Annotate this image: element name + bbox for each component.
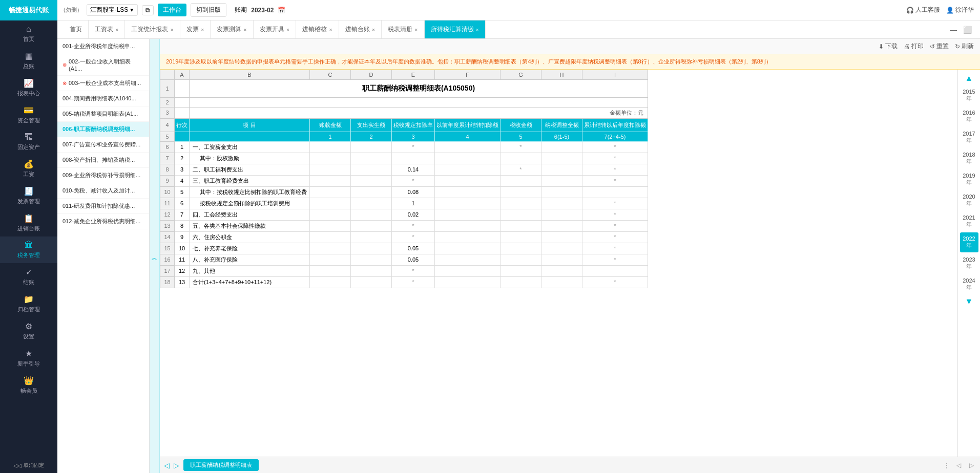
year-2022[interactable]: 2022年 <box>960 232 978 252</box>
calendar-icon[interactable]: 📅 <box>278 7 285 14</box>
archive-icon: 📁 <box>24 294 34 304</box>
sheet-more-btn[interactable]: ⋮ <box>943 461 950 469</box>
sidebar-item-label: 进销台账 <box>17 225 40 232</box>
refresh-action[interactable]: ↻ 刷新 <box>955 42 974 51</box>
close-accounts-icon: ✓ <box>26 267 32 277</box>
spreadsheet-table: A B C D E F G H I <box>160 70 648 288</box>
workspace-btn[interactable]: 工作台 <box>158 4 186 16</box>
avatar[interactable]: 👤 徐泽华 <box>946 6 974 14</box>
sidebar-item-fund[interactable]: 💳 资金管理 <box>0 101 57 128</box>
copy-btn[interactable]: ⧉ <box>142 5 154 15</box>
file-item-003[interactable]: ⊗ 003-一般企业成本支出明细... <box>57 76 149 91</box>
tab-purchase-check[interactable]: 进销稽核 × <box>296 20 339 39</box>
file-item-002[interactable]: ⊗ 002-一般企业收入明细表(A1... <box>57 54 149 76</box>
tab-payroll-stat[interactable]: 工资统计报表 × <box>125 20 180 39</box>
col-b: B <box>190 70 310 79</box>
tab-invoice-calc[interactable]: 发票测算 × <box>211 20 253 39</box>
file-item-011[interactable]: 011-研发费用加计扣除优惠... <box>57 199 149 214</box>
year-2017[interactable]: 2017年 <box>960 127 978 147</box>
sidebar-item-label: 总账 <box>23 62 34 70</box>
cancel-fixed-label[interactable]: 取消固定 <box>24 462 44 469</box>
sidebar-item-invoice[interactable]: 🧾 发票管理 <box>0 182 57 209</box>
sidebar-item-label: 归档管理 <box>17 306 40 313</box>
file-item-012[interactable]: 012-减免企业所得税优惠明细... <box>57 214 149 229</box>
tab-purchase-ledger-close[interactable]: × <box>372 27 375 33</box>
print-label: 打印 <box>911 42 924 51</box>
sidebar-item-purchase[interactable]: 📋 进销台账 <box>0 209 57 236</box>
sheet-scroll-left[interactable]: ◁ <box>954 462 963 469</box>
year-2023[interactable]: 2023年 <box>960 253 978 273</box>
sidebar-item-label: 首页 <box>23 35 34 43</box>
tab-invoice[interactable]: 发票 × <box>180 20 211 39</box>
tab-invoice-open[interactable]: 发票开具 × <box>254 20 296 39</box>
tabs-maximize-btn[interactable]: ⬜ <box>961 26 974 34</box>
sidebar-item-archive[interactable]: 📁 归档管理 <box>0 290 57 317</box>
sidebar-item-payroll[interactable]: 💰 工资 <box>0 155 57 182</box>
year-2020[interactable]: 2020年 <box>960 190 978 210</box>
sheet-area: ⬇ 下载 🖨 打印 ↺ 重置 ↻ 刷新 <box>160 39 980 473</box>
tab-tax-clear-label: 税表清册 <box>388 25 412 34</box>
collapse-panel-btn[interactable]: 《 <box>150 39 160 473</box>
spreadsheet-wrapper[interactable]: A B C D E F G H I <box>160 70 957 457</box>
tab-purchase-ledger-label: 进销台账 <box>345 25 370 34</box>
year-scroll-up[interactable]: ▲ <box>963 72 975 85</box>
reset-action[interactable]: ↺ 重置 <box>930 42 949 51</box>
unit-row-3: 3 金额单位：元 <box>160 107 648 118</box>
year-2019[interactable]: 2019年 <box>960 169 978 189</box>
tab-invoice-open-close[interactable]: × <box>286 27 289 33</box>
file-item-006[interactable]: 006-职工薪酬纳税调整明细... <box>57 122 149 137</box>
tab-invoice-close[interactable]: × <box>201 27 204 33</box>
year-2024[interactable]: 2024年 <box>960 274 978 294</box>
tab-income-tax[interactable]: 所得税汇算清缴 × <box>425 20 486 39</box>
sidebar-item-tax[interactable]: 🏛 税务管理 <box>0 236 57 263</box>
tab-purchase-check-close[interactable]: × <box>329 27 332 33</box>
company-selector[interactable]: 江西股宝-LSS ▼ <box>87 4 138 16</box>
file-012-label: 012-减免企业所得税优惠明细... <box>62 218 140 225</box>
year-2015[interactable]: 2015年 <box>960 85 978 105</box>
sheet-scroll-right[interactable]: ▷ <box>967 462 976 469</box>
tab-income-tax-close[interactable]: × <box>476 27 479 33</box>
print-action[interactable]: 🖨 打印 <box>904 42 924 51</box>
table-title: 职工薪酬纳税调整明细表(A105050) <box>190 79 648 97</box>
sidebar-item-home[interactable]: ⌂ 首页 <box>0 20 57 47</box>
tab-payroll-close[interactable]: × <box>115 27 118 33</box>
sidebar-item-guide[interactable]: ★ 新手引导 <box>0 345 57 372</box>
company-label: (勿删） <box>64 6 82 14</box>
data-row-12: 12 7 四、工会经费支出 0.02 * <box>160 209 648 220</box>
year-2018[interactable]: 2018年 <box>960 148 978 168</box>
fixed-asset-icon: 🏗 <box>25 133 33 142</box>
sheet-nav-right[interactable]: ▷ <box>174 461 179 469</box>
header-rownum: 行次 <box>175 118 190 132</box>
tab-payroll[interactable]: 工资表 × <box>89 20 125 39</box>
tab-tax-clear-close[interactable]: × <box>414 27 418 33</box>
tab-payroll-stat-close[interactable]: × <box>170 27 173 33</box>
tab-tax-clear[interactable]: 税表清册 × <box>382 20 424 39</box>
sidebar-item-settings[interactable]: ⚙ 设置 <box>0 317 57 345</box>
file-item-004[interactable]: 004-期间费用明细表(A1040... <box>57 91 149 106</box>
file-item-005[interactable]: 005-纳税调整项目明细表(A1... <box>57 106 149 122</box>
sidebar-item-report[interactable]: 📈 报表中心 <box>0 74 57 101</box>
tab-purchase-ledger[interactable]: 进销台账 × <box>339 20 382 39</box>
tab-home[interactable]: 首页 <box>64 20 89 39</box>
file-item-009[interactable]: 009-企业所得税弥补亏损明细... <box>57 168 149 183</box>
sidebar-item-close[interactable]: ✓ 结账 <box>0 263 57 290</box>
file-item-010[interactable]: 010-免税、减计收入及加计... <box>57 183 149 199</box>
year-2016[interactable]: 2016年 <box>960 106 978 126</box>
switch-btn[interactable]: 切到旧版 <box>191 3 226 17</box>
year-scroll-down[interactable]: ▼ <box>963 295 975 308</box>
download-action[interactable]: ⬇ 下载 <box>879 42 898 51</box>
sidebar-item-ledger[interactable]: ▦ 总账 <box>0 47 57 74</box>
year-2021[interactable]: 2021年 <box>960 211 978 231</box>
dropdown-icon: ▼ <box>129 7 134 13</box>
tabs-minimize-btn[interactable]: — <box>948 26 959 34</box>
file-item-007[interactable]: 007-广告宣传和业务宣传费赠... <box>57 137 149 153</box>
tab-invoice-calc-close[interactable]: × <box>243 27 246 33</box>
sidebar-item-label: 税务管理 <box>17 251 40 259</box>
sidebar-item-fixed-asset[interactable]: 🏗 固定资产 <box>0 128 57 155</box>
sheet-nav-left[interactable]: ◁ <box>164 461 170 469</box>
customer-service[interactable]: 🎧 人工客服 <box>906 6 940 14</box>
sheet-tab-main[interactable]: 职工薪酬纳税调整明细表 <box>183 459 259 471</box>
file-item-001[interactable]: 001-企业所得税年度纳税申... <box>57 39 149 54</box>
file-item-008[interactable]: 008-资产折旧、摊销及纳税... <box>57 153 149 168</box>
sidebar-item-member[interactable]: 👑 畅会员 <box>0 372 57 399</box>
